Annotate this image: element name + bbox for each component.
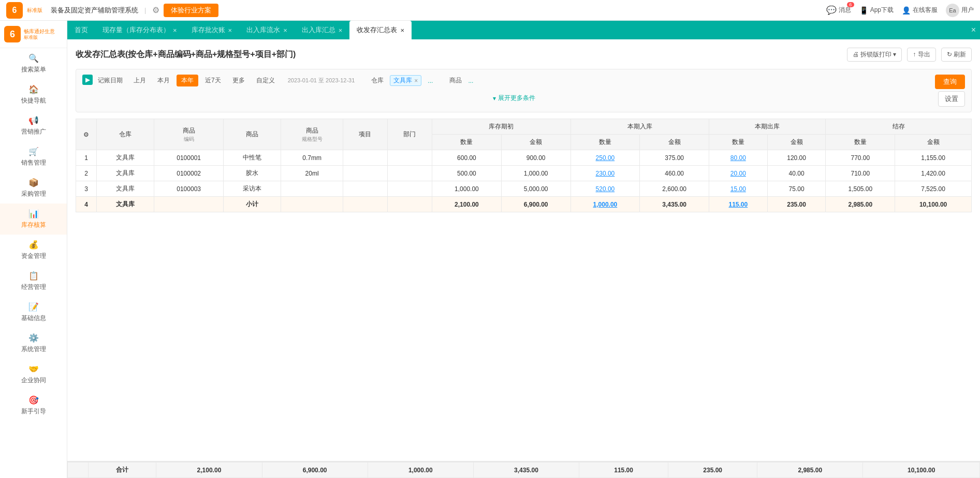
cell-opening-amt-3: 6,900.00: [501, 197, 571, 212]
top-bar-right: 💬 6 消息 📱 App下载 👤 在线客服 Ea 用户: [826, 4, 974, 17]
online-service-btn[interactable]: 👤 在线客服: [902, 6, 938, 15]
system-name-divider: |: [144, 6, 146, 14]
cell-in-qty-0[interactable]: 250.00: [571, 150, 640, 166]
row-index-3: 4: [76, 197, 97, 212]
th-balance: 结存: [826, 119, 972, 135]
tab-inout-flow[interactable]: 出入库流水 ×: [239, 21, 295, 39]
cell-in-qty-3[interactable]: 1,000.00: [571, 197, 640, 212]
date-tab-this-year[interactable]: 本年: [177, 75, 198, 86]
sidebar-item-basic[interactable]: 📝 基础信息: [0, 297, 67, 328]
sidebar-item-search[interactable]: 🔍 搜索菜单: [0, 48, 67, 79]
page-title-actions: 🖨 拆锁版打印 ▾ ↑ 导出 ↻ 刷新: [847, 48, 972, 62]
cell-project-0: [343, 150, 387, 166]
cell-product_name-1: 胶水: [224, 166, 281, 181]
sidebar-item-sales[interactable]: 🛒 销售管理: [0, 141, 67, 172]
footer-empty1: [68, 462, 89, 478]
th-opening-qty: 数量: [432, 135, 502, 150]
enterprise-icon: 🤝: [28, 364, 39, 374]
sidebar-item-guide[interactable]: 🎯 新手引导: [0, 390, 67, 421]
refresh-icon: ↻: [947, 51, 952, 58]
cell-out-qty-0[interactable]: 80.00: [709, 150, 768, 166]
page-title: 收发存汇总表(按仓库+商品编码+商品+规格型号+项目+部门): [76, 49, 296, 60]
query-btn[interactable]: 查询: [935, 75, 965, 89]
filter-row-1: 记账日期 上月 本月 本年 近7天 更多 自定义 2023-01-01 至 20…: [98, 75, 930, 86]
cell-in-amt-2: 2,600.00: [640, 181, 709, 197]
cell-product_code-3: [154, 197, 224, 212]
cell-opening-qty-0: 600.00: [432, 150, 502, 166]
tab-close-inventory-dist[interactable]: ×: [173, 27, 177, 34]
cell-out-qty-2[interactable]: 15.00: [709, 181, 768, 197]
sidebar-item-operations[interactable]: 📋 经营管理: [0, 266, 67, 297]
th-balance-amt: 金额: [895, 135, 972, 150]
th-product-code: 商品编码: [154, 119, 224, 150]
date-tab-last-month[interactable]: 上月: [129, 75, 151, 86]
print-icon: 🖨: [853, 51, 859, 58]
warehouse-tag-remove[interactable]: ×: [414, 77, 418, 84]
date-tab-more[interactable]: 更多: [228, 75, 250, 86]
date-tab-custom[interactable]: 自定义: [252, 75, 280, 86]
product-more-btn[interactable]: ...: [468, 77, 473, 84]
top-bar: 6 标准版 装备及固定资产辅助管理系统 | ⚙ 体验行业方案 💬 6 消息 📱 …: [0, 0, 980, 21]
tab-inout-summary[interactable]: 出入库汇总 ×: [295, 21, 350, 39]
date-tab-this-month[interactable]: 本月: [153, 75, 174, 86]
filter-bar: ▶ 记账日期 上月 本月 本年 近7天 更多 自定义: [76, 69, 972, 112]
warehouse-tag: 文具库 ×: [390, 75, 421, 86]
home-icon: 🏠: [28, 84, 39, 94]
print-btn[interactable]: 🖨 拆锁版打印 ▾: [847, 48, 902, 62]
system-icon: ⚙️: [28, 333, 39, 343]
cell-out-qty-3[interactable]: 115.00: [709, 197, 768, 212]
sidebar-item-quick-nav[interactable]: 🏠 快捷导航: [0, 79, 67, 110]
tab-close-batch-account[interactable]: ×: [228, 27, 232, 34]
cell-out-qty-1[interactable]: 20.00: [709, 166, 768, 181]
tab-close-inout-summary[interactable]: ×: [339, 27, 343, 34]
sidebar-item-system[interactable]: ⚙️ 系统管理: [0, 328, 67, 359]
phone-icon: 📱: [859, 6, 868, 15]
user-btn[interactable]: Ea 用户: [946, 4, 974, 17]
tab-close-receive-summary[interactable]: ×: [400, 27, 404, 34]
expand-conditions-btn[interactable]: ▾ 展开更多条件: [493, 94, 535, 103]
cell-in-qty-1[interactable]: 230.00: [571, 166, 640, 181]
cell-opening-qty-3: 2,100.00: [432, 197, 502, 212]
cell-out-amt-3: 235.00: [767, 197, 826, 212]
settings-icon[interactable]: ⚙: [152, 5, 159, 15]
experience-btn[interactable]: 体验行业方案: [164, 4, 218, 17]
footer-table: 合计 2,100.00 6,900.00 1,000.00 3,435.00 1…: [67, 462, 980, 478]
tab-batch-account[interactable]: 库存批次账 ×: [184, 21, 240, 39]
collapse-toggle[interactable]: ▶: [82, 75, 93, 85]
sidebar-item-finance[interactable]: 💰 资金管理: [0, 235, 67, 266]
date-tab-7days[interactable]: 近7天: [200, 75, 226, 86]
cell-out-amt-1: 40.00: [767, 166, 826, 181]
row-index-2: 3: [76, 181, 97, 197]
cell-department-2: [387, 181, 432, 197]
cell-department-3: [387, 197, 432, 212]
cell-opening-amt-0: 900.00: [501, 150, 571, 166]
cell-opening-amt-2: 5,000.00: [501, 181, 571, 197]
tab-inventory-dist[interactable]: 现存量（库存分布表） ×: [95, 21, 184, 39]
cell-project-3: [343, 197, 387, 212]
window-close-btn[interactable]: ×: [967, 25, 980, 35]
refresh-btn[interactable]: ↻ 刷新: [941, 48, 972, 62]
cell-balance-amt-1: 1,420.00: [895, 166, 972, 181]
sidebar-item-marketing[interactable]: 📢 营销推广: [0, 110, 67, 141]
sidebar-item-purchase[interactable]: 📦 采购管理: [0, 172, 67, 204]
cell-balance-amt-2: 7,525.00: [895, 181, 972, 197]
settings-btn[interactable]: 设置: [938, 91, 965, 107]
th-balance-qty: 数量: [826, 135, 895, 150]
tab-close-inout-flow[interactable]: ×: [283, 27, 287, 34]
th-settings[interactable]: ⚙: [76, 119, 97, 150]
sidebar-item-enterprise[interactable]: 🤝 企业协同: [0, 359, 67, 390]
cell-opening-qty-1: 500.00: [432, 166, 502, 181]
sidebar-item-inventory[interactable]: 📊 库存核算: [0, 204, 67, 235]
tab-receive-summary[interactable]: 收发存汇总表 ×: [349, 21, 412, 39]
export-btn[interactable]: ↑ 导出: [907, 48, 935, 62]
product-filter-label: 商品: [449, 76, 462, 85]
content-area: 首页 现存量（库存分布表） × 库存批次账 × 出入库流水 × 出入库汇总 ×: [67, 21, 980, 478]
footer-opening-qty: 2,100.00: [156, 462, 262, 478]
messages-btn[interactable]: 💬 6 消息: [826, 5, 851, 15]
chevron-down-icon: ▾: [893, 51, 896, 58]
cell-balance-amt-0: 1,155.00: [895, 150, 972, 166]
app-download-btn[interactable]: 📱 App下载: [859, 6, 894, 15]
warehouse-more-btn[interactable]: ...: [428, 77, 433, 84]
tab-home[interactable]: 首页: [67, 21, 95, 39]
cell-in-qty-2[interactable]: 520.00: [571, 181, 640, 197]
